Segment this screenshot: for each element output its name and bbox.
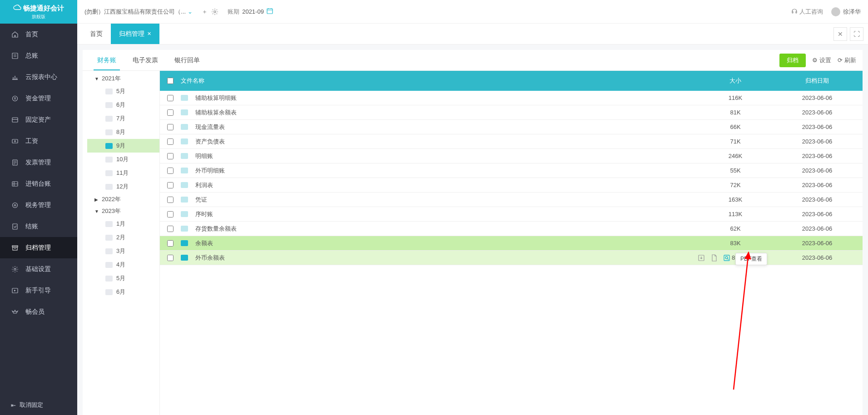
row-checkbox[interactable] <box>167 138 174 145</box>
table-row[interactable]: 现金流量表 66K 2023-06-06 <box>160 120 863 134</box>
tree-month-0-5[interactable]: 10月 <box>87 153 159 166</box>
tree-month-0-0[interactable]: 5月 <box>87 84 159 98</box>
row-checkbox[interactable] <box>167 109 174 116</box>
row-checkbox[interactable] <box>167 197 174 203</box>
sidebar-item-4[interactable]: 固定资产 <box>0 109 77 130</box>
add-icon[interactable]: ＋ <box>202 8 208 16</box>
consult-button[interactable]: 人工咨询 <box>791 8 823 16</box>
settings-button[interactable]: ⚙ 设置 <box>812 56 831 64</box>
sidebar-item-7[interactable]: 进销台账 <box>0 173 77 194</box>
sidebar-item-12[interactable]: 新手引导 <box>0 280 77 301</box>
row-checkbox[interactable] <box>167 240 174 247</box>
period-value[interactable]: 2021-09 <box>242 8 264 15</box>
fullscreen-button[interactable]: ⛶ <box>850 27 863 41</box>
tree-month-0-6[interactable]: 11月 <box>87 166 159 180</box>
sidebar-item-5[interactable]: 工资 <box>0 130 77 152</box>
tree-year-2[interactable]: ▼2023年 <box>87 205 159 217</box>
table-row[interactable]: 存货数量余额表 62K 2023-06-06 <box>160 222 863 236</box>
pdf-icon[interactable] <box>710 254 718 262</box>
pdf-view-tooltip: PDF查看 <box>735 253 767 265</box>
tree-month-0-3[interactable]: 8月 <box>87 125 159 139</box>
calendar-icon[interactable] <box>267 8 273 15</box>
main: (勿删）江西服宝精品有限责任公司（... ⌄ ＋ 账期 2021-09 人工咨询… <box>77 0 868 415</box>
table-row[interactable]: 辅助核算明细账 116K 2023-06-06 <box>160 91 863 105</box>
tree-month-2-2[interactable]: 3月 <box>87 244 159 258</box>
folder-icon <box>105 89 113 94</box>
sidebar-item-10[interactable]: 归档管理 <box>0 237 77 258</box>
tree-month-2-4[interactable]: 5月 <box>87 272 159 285</box>
table-row[interactable]: 辅助核算余额表 81K 2023-06-06 <box>160 105 863 120</box>
caret-down-icon: ▼ <box>94 209 99 214</box>
download-icon[interactable] <box>697 254 705 262</box>
file-name: 辅助核算余额表 <box>195 109 237 117</box>
subtab-1[interactable]: 电子发票 <box>124 50 166 70</box>
sidebar-item-label: 工资 <box>25 137 38 145</box>
file-date: 2023-06-06 <box>772 225 863 232</box>
close-icon[interactable]: ✕ <box>147 31 151 37</box>
sidebar-item-1[interactable]: 总账 <box>0 45 77 66</box>
refresh-button[interactable]: ⟳ 刷新 <box>838 56 856 64</box>
file-name: 序时账 <box>195 210 213 218</box>
row-checkbox[interactable] <box>167 182 174 188</box>
sidebar-item-9[interactable]: 结账 <box>0 216 77 237</box>
caret-right-icon: ▶ <box>94 197 99 202</box>
row-checkbox[interactable] <box>167 95 174 101</box>
row-checkbox[interactable] <box>167 153 174 159</box>
tree-month-0-7[interactable]: 12月 <box>87 180 159 193</box>
company-selector[interactable]: (勿删）江西服宝精品有限责任公司（... ⌄ <box>84 8 193 16</box>
close-book-icon <box>11 222 19 231</box>
folder-icon <box>105 116 113 122</box>
tree-month-2-0[interactable]: 1月 <box>87 217 159 231</box>
table-row[interactable]: 序时账 113K 2023-06-06 <box>160 207 863 222</box>
tree-month-2-3[interactable]: 4月 <box>87 258 159 272</box>
subtab-row: 财务账电子发票银行回单 归档 ⚙ 设置 ⟳ 刷新 <box>83 50 863 71</box>
row-checkbox[interactable] <box>167 211 174 217</box>
file-date: 2023-06-06 <box>772 182 863 188</box>
file-table: 文件名称 大小 归档日期 辅助核算明细账 116K 2023-06-06 辅助核… <box>160 71 863 415</box>
close-all-tabs[interactable]: ✕ <box>833 27 847 41</box>
tree-month-2-1[interactable]: 2月 <box>87 231 159 244</box>
year-month-tree: ▼2021年5月6月7月8月9月10月11月12月▶2022年▼2023年1月2… <box>83 71 160 415</box>
svg-rect-3 <box>12 139 18 143</box>
sidebar-item-3[interactable]: 资金管理 <box>0 88 77 109</box>
table-row[interactable]: 明细账 246K 2023-06-06 <box>160 149 863 163</box>
tab-1[interactable]: 归档管理✕ <box>111 24 159 44</box>
refresh-icon: ⟳ <box>838 57 843 64</box>
user-menu[interactable]: 徐泽华 <box>831 7 861 16</box>
table-row[interactable]: 余额表 83K 2023-06-06 <box>160 236 863 251</box>
pdf-view-icon[interactable] <box>723 254 731 262</box>
row-checkbox[interactable] <box>167 226 174 232</box>
gear-icon[interactable] <box>211 8 218 15</box>
tree-year-1[interactable]: ▶2022年 <box>87 193 159 205</box>
table-row[interactable]: 资产负债表 71K 2023-06-06 <box>160 134 863 149</box>
sidebar-item-2[interactable]: 云报表中心 <box>0 66 77 88</box>
sidebar-item-8[interactable]: 税务管理 <box>0 194 77 216</box>
archive-button[interactable]: 归档 <box>779 54 806 67</box>
guide-icon <box>11 287 19 295</box>
tree-month-0-2[interactable]: 7月 <box>87 112 159 125</box>
sidebar-item-13[interactable]: 畅会员 <box>0 301 77 322</box>
table-row[interactable]: 凭证 163K 2023-06-06 <box>160 193 863 207</box>
sidebar-item-6[interactable]: 发票管理 <box>0 152 77 173</box>
tree-year-0[interactable]: ▼2021年 <box>87 73 159 84</box>
sidebar-unpin[interactable]: ⇤ 取消固定 <box>0 395 77 415</box>
sidebar-item-11[interactable]: 基础设置 <box>0 258 77 280</box>
table-row[interactable]: 利润表 72K 2023-06-06 <box>160 178 863 193</box>
table-row[interactable]: 外币余额表 8K 2023-06-06 PDF查看 <box>160 251 863 265</box>
select-all-checkbox[interactable] <box>167 78 174 84</box>
svg-rect-14 <box>267 9 273 14</box>
tab-label: 首页 <box>90 30 103 38</box>
sidebar-item-0[interactable]: 首页 <box>0 24 77 45</box>
tab-0[interactable]: 首页 <box>82 24 111 44</box>
subtab-2[interactable]: 银行回单 <box>166 50 208 70</box>
table-row[interactable]: 外币明细账 55K 2023-06-06 <box>160 163 863 178</box>
tree-month-0-4[interactable]: 9月 <box>87 139 159 153</box>
tree-month-2-5[interactable]: 6月 <box>87 285 159 299</box>
row-checkbox[interactable] <box>167 124 174 130</box>
subtab-0[interactable]: 财务账 <box>89 50 124 70</box>
row-checkbox[interactable] <box>167 168 174 174</box>
tree-month-label: 8月 <box>116 128 125 136</box>
row-checkbox[interactable] <box>167 255 174 261</box>
settings-icon <box>11 265 19 273</box>
tree-month-0-1[interactable]: 6月 <box>87 98 159 112</box>
